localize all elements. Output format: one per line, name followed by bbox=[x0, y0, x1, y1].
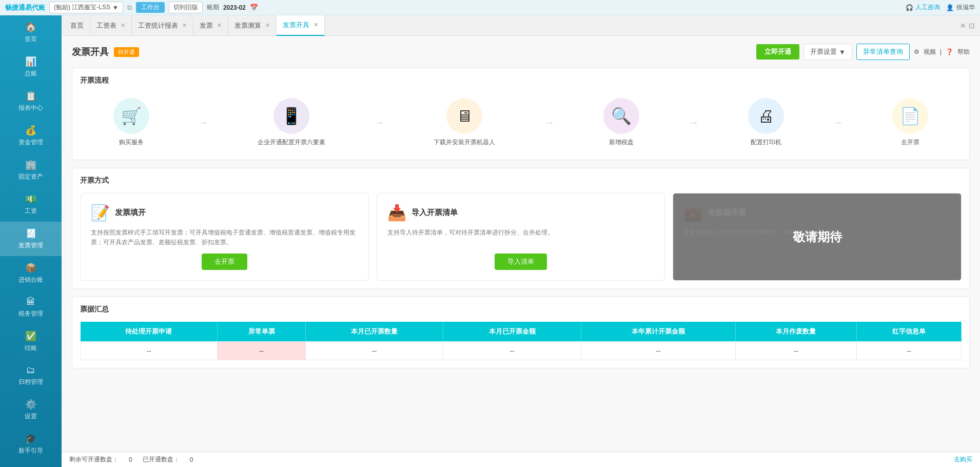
home-icon: 🏠 bbox=[25, 22, 36, 33]
th-red-info: 红字信息单 bbox=[857, 322, 962, 342]
archive-icon: 🗂 bbox=[26, 365, 35, 376]
import-billing-button[interactable]: 导入清单 bbox=[495, 254, 547, 270]
th-void-count: 本月作废数量 bbox=[735, 322, 856, 342]
remaining-value: 0 bbox=[129, 456, 132, 463]
buy-service-label: 购买服务 bbox=[119, 138, 144, 147]
service-button[interactable]: 🎧 人工咨询 bbox=[906, 3, 940, 12]
tab-invoice-calc-close[interactable]: ✕ bbox=[265, 22, 270, 29]
sidebar-item-settings[interactable]: ⚙️ 设置 bbox=[0, 393, 62, 427]
opened-label: 已开通数盘： bbox=[143, 455, 180, 464]
process-step-open[interactable]: 📄 去开票 bbox=[892, 98, 928, 147]
billing-card-manual: 📝 发票填开 支持按照发票样式手工填写开发票；可开具增值税电子普通发票、增值税普… bbox=[80, 193, 369, 281]
tab-salary-stats-label: 工资统计报表 bbox=[138, 21, 178, 30]
tab-salary-stats[interactable]: 工资统计报表 ✕ bbox=[132, 15, 193, 36]
billing-section-title: 开票方式 bbox=[80, 176, 962, 185]
tab-actions: ✕ ⊡ bbox=[960, 22, 977, 30]
sidebar-item-ledger[interactable]: 📊 总账 bbox=[0, 50, 62, 84]
coming-soon-overlay: 敬请期待 bbox=[673, 193, 961, 280]
process-step-download[interactable]: 🖥 下载并安装开票机器人 bbox=[434, 98, 495, 147]
calendar-icon[interactable]: 📅 bbox=[250, 4, 258, 11]
config-printer-label: 配置打印机 bbox=[751, 138, 781, 147]
sidebar-item-archive[interactable]: 🗂 归档管理 bbox=[0, 359, 62, 393]
arrow-2: → bbox=[375, 116, 385, 128]
th-year-amount: 本年累计开票金额 bbox=[581, 322, 735, 342]
td-year-amount: -- bbox=[581, 342, 735, 360]
arrow-4: → bbox=[689, 116, 699, 128]
config-company-icon: 📱 bbox=[281, 106, 302, 126]
sidebar-label-settle: 结账 bbox=[25, 344, 37, 353]
download-robot-label: 下载并安装开票机器人 bbox=[434, 138, 495, 147]
buy-link[interactable]: 去购买 bbox=[954, 455, 972, 464]
avatar-icon: 👤 bbox=[946, 4, 954, 11]
tab-invoice-mgr-close[interactable]: ✕ bbox=[217, 22, 222, 29]
tab-home[interactable]: 首页 bbox=[64, 15, 90, 36]
reports-icon: 📋 bbox=[25, 90, 36, 102]
tab-invoice-open-close[interactable]: ✕ bbox=[313, 22, 318, 28]
billing-card-import: 📥 导入开票清单 支持导入待开票清单，可对待开票清单进行拆分、合并处理。 导入清… bbox=[377, 193, 665, 281]
restore-tab-button[interactable]: ⊡ bbox=[969, 22, 975, 30]
config-company-icon-wrap: 📱 bbox=[273, 98, 309, 134]
open-settings-label: 开票设置 bbox=[810, 47, 837, 56]
headset-icon: 🎧 bbox=[906, 4, 913, 11]
sidebar-item-newbie[interactable]: 🎓 新手引导 bbox=[0, 427, 62, 461]
sidebar-label-settings: 设置 bbox=[25, 412, 37, 421]
settings-gear-icon: ⚙ bbox=[914, 48, 919, 55]
sidebar-label-tax: 税务管理 bbox=[18, 309, 43, 318]
tab-salary-table-close[interactable]: ✕ bbox=[121, 22, 125, 29]
tab-bar: 首页 工资表 ✕ 工资统计报表 ✕ 发票 ✕ 发票测算 ✕ 发票开具 ✕ bbox=[62, 15, 980, 36]
manual-billing-button[interactable]: 去开票 bbox=[202, 254, 247, 270]
tab-invoice-calc-label: 发票测算 bbox=[234, 21, 261, 30]
import-billing-title: 导入开票清单 bbox=[411, 208, 458, 218]
sidebar-label-purchase: 进销台账 bbox=[18, 276, 43, 284]
add-taxbox-icon: 🔍 bbox=[611, 106, 632, 126]
top-bar-right: 🎧 人工咨询 👤 徐滋华 bbox=[906, 3, 975, 12]
sidebar-label-home: 首页 bbox=[25, 35, 37, 44]
tab-invoice-mgr-label: 发票 bbox=[200, 21, 213, 30]
process-step-config[interactable]: 📱 企业开通配置开票六要素 bbox=[258, 98, 325, 147]
header-actions: 立即开通 开票设置 ▼ 异常清单查询 ⚙ 视频 | ❓ 帮助 bbox=[756, 44, 970, 60]
summary-header-row: 待处理开票申请 异常单票 本月已开票数量 本月已开票金额 本年累计开票金额 本月… bbox=[81, 322, 962, 342]
sidebar-item-settle[interactable]: ✅ 结账 bbox=[0, 324, 62, 359]
tab-invoice-calc[interactable]: 发票测算 ✕ bbox=[228, 15, 277, 36]
sidebar-item-purchase[interactable]: 📦 进销台账 bbox=[0, 256, 62, 290]
tab-salary-table[interactable]: 工资表 ✕ bbox=[90, 15, 132, 36]
process-step-taxbox[interactable]: 🔍 新增税盘 bbox=[603, 98, 639, 147]
sidebar-item-capital[interactable]: 💰 资金管理 bbox=[0, 119, 62, 153]
process-step-printer[interactable]: 🖨 配置打印机 bbox=[748, 98, 784, 147]
sidebar-item-salary[interactable]: 💵 工资 bbox=[0, 187, 62, 222]
th-pending: 待处理开票申请 bbox=[81, 322, 218, 342]
import-billing-desc: 支持导入待开票清单，可对待开票清单进行拆分、合并处理。 bbox=[387, 228, 655, 238]
td-red-info: -- bbox=[857, 342, 962, 360]
sidebar-item-home[interactable]: 🏠 首页 bbox=[0, 15, 62, 50]
opened-value: 0 bbox=[190, 456, 193, 463]
company-selector[interactable]: (勉励) 江西服宝-LSS ▼ bbox=[49, 2, 123, 13]
abnormal-query-button[interactable]: 异常清单查询 bbox=[856, 44, 910, 60]
switch-version-button[interactable]: 切到旧版 bbox=[169, 2, 203, 13]
sidebar-item-vip[interactable]: 👑 畅会员 bbox=[0, 461, 62, 467]
billing-section: 开票方式 📝 发票填开 支持按照发票样式手工填写开发票；可开具增值税电子普通发票… bbox=[72, 168, 970, 289]
billing-card-manual-header: 📝 发票填开 bbox=[91, 204, 358, 222]
tab-invoice-open[interactable]: 发票开具 ✕ bbox=[277, 15, 325, 36]
divider: | bbox=[940, 48, 942, 55]
sidebar-label-archive: 归档管理 bbox=[18, 378, 43, 386]
sidebar-label-ledger: 总账 bbox=[25, 69, 37, 78]
sidebar-item-assets[interactable]: 🏢 固定资产 bbox=[0, 153, 62, 187]
sidebar-item-invoice[interactable]: 🧾 发票管理 bbox=[0, 222, 62, 256]
sidebar: 🏠 首页 📊 总账 📋 报表中心 💰 资金管理 🏢 固定资产 💵 工资 🧾 发票… bbox=[0, 15, 62, 467]
copy-icon[interactable]: ⧉ bbox=[127, 4, 132, 12]
process-step-buy[interactable]: 🛒 购买服务 bbox=[113, 98, 149, 147]
open-now-button[interactable]: 立即开通 bbox=[756, 44, 799, 60]
sidebar-item-tax[interactable]: 🏛 税务管理 bbox=[0, 290, 62, 324]
td-month-amount: -- bbox=[443, 342, 581, 360]
sidebar-item-reports[interactable]: 📋 报表中心 bbox=[0, 84, 62, 119]
tab-salary-stats-close[interactable]: ✕ bbox=[182, 22, 187, 29]
assets-icon: 🏢 bbox=[25, 159, 36, 170]
close-all-tabs-button[interactable]: ✕ bbox=[960, 22, 966, 30]
top-bar-left: 畅捷通易代账 (勉励) 江西服宝-LSS ▼ ⧉ 工作台 切到旧版 账期 202… bbox=[5, 2, 258, 13]
download-robot-icon-wrap: 🖥 bbox=[446, 98, 482, 134]
view-label: 视频 bbox=[924, 48, 936, 56]
arrow-1: → bbox=[199, 116, 209, 128]
open-settings-button[interactable]: 开票设置 ▼ bbox=[803, 44, 852, 60]
tab-invoice-mgr[interactable]: 发票 ✕ bbox=[193, 15, 228, 36]
workbench-button[interactable]: 工作台 bbox=[136, 2, 165, 13]
